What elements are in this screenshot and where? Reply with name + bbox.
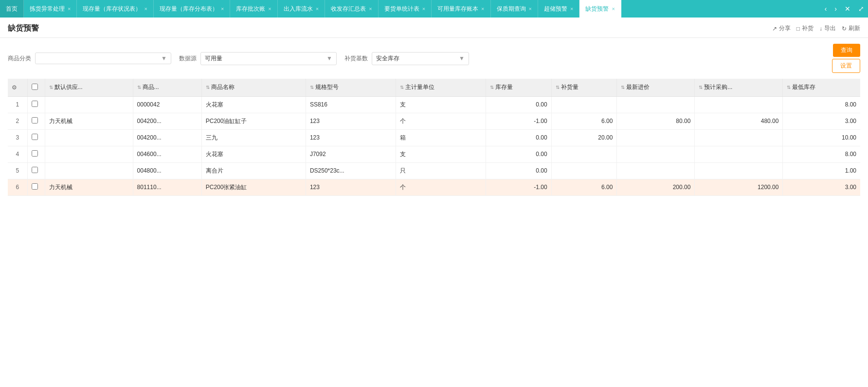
tab-inventory-status[interactable]: 现存量（库存状况表） × — [77, 0, 153, 18]
row-product-code: 004800... — [133, 162, 201, 179]
expand-button[interactable]: ⤢ — [854, 0, 868, 18]
col-product-code: ⇅ 商品... — [133, 79, 201, 96]
row-spec: SS816 — [306, 96, 396, 113]
row-spec: 123 — [306, 179, 396, 195]
select-all-checkbox[interactable] — [32, 84, 38, 90]
row-checkbox[interactable] — [32, 150, 38, 157]
sort-icon: ⇅ — [621, 85, 625, 90]
filter-actions: 查询 设置 — [832, 44, 860, 73]
close-tab-expiry[interactable]: × — [529, 6, 532, 12]
export-button[interactable]: ↓ 导出 — [819, 24, 836, 33]
tab-shortage[interactable]: 缺货预警 × — [579, 0, 621, 18]
row-checkbox[interactable] — [32, 101, 38, 107]
column-settings-icon[interactable]: ⚙ — [12, 84, 17, 91]
tab-receipt-summary[interactable]: 收发存汇总表 × — [325, 0, 378, 18]
tab-expiry-query[interactable]: 保质期查询 × — [491, 0, 538, 18]
close-tab-shortage[interactable]: × — [612, 6, 615, 12]
close-tab-order[interactable]: × — [422, 6, 425, 12]
close-tab-inout[interactable]: × — [316, 6, 319, 12]
row-supplier — [45, 146, 133, 162]
table-row[interactable]: 4 004600... 火花塞 J7092 支 0.00 8.00 — [8, 146, 860, 162]
row-spec: J7092 — [306, 146, 396, 162]
sort-icon: ⇅ — [49, 85, 53, 90]
product-category-group: 商品分类 ▼ — [8, 53, 171, 64]
close-tab-receipt[interactable]: × — [369, 6, 372, 12]
col-unit: ⇅ 主计量单位 — [396, 79, 486, 96]
row-product-name: 离合片 — [201, 162, 306, 179]
replenish-button[interactable]: □ 补货 — [796, 24, 814, 33]
row-est-purchase — [695, 146, 783, 162]
row-latest-price: 80.00 — [617, 113, 695, 129]
close-tab-overstock[interactable]: × — [570, 6, 573, 12]
settings-button[interactable]: 设置 — [832, 59, 860, 73]
close-tab-batch[interactable]: × — [268, 6, 271, 12]
tab-order-stats[interactable]: 要货单统计表 × — [379, 0, 432, 18]
tab-available-ledger[interactable]: 可用量库存账本 × — [432, 0, 490, 18]
row-min-stock: 8.00 — [783, 96, 860, 113]
row-num: 2 — [8, 113, 27, 129]
row-latest-price: 200.00 — [617, 179, 695, 195]
close-all-button[interactable]: ✕ — [841, 0, 854, 18]
row-replenish-qty: 6.00 — [551, 179, 617, 195]
col-min-stock: ⇅ 最低库存 — [783, 79, 860, 96]
tab-batch-account[interactable]: 库存批次账 × — [230, 0, 277, 18]
row-spec: DS250*23c... — [306, 162, 396, 179]
share-button[interactable]: ↗ 分享 — [772, 24, 791, 33]
data-source-select[interactable]: 可用量 ▼ — [200, 52, 337, 65]
row-num: 4 — [8, 146, 27, 162]
table-row[interactable]: 5 004800... 离合片 DS250*23c... 只 0.00 1.00 — [8, 162, 860, 179]
row-supplier: 力天机械 — [45, 179, 133, 195]
filter-bar: 商品分类 ▼ 数据源 可用量 ▼ 补货基数 安全库存 ▼ 查询 设置 — [0, 38, 868, 79]
query-button[interactable]: 查询 — [833, 44, 860, 57]
table-row[interactable]: 2 力天机械 004200... PC200油缸缸子 123 个 -1.00 6… — [8, 113, 860, 129]
tab-inout-flow[interactable]: 出入库流水 × — [278, 0, 325, 18]
tab-inventory-dist[interactable]: 现存量（库存分布表） × — [154, 0, 230, 18]
page-title: 缺货预警 — [8, 23, 39, 34]
row-est-purchase: 480.00 — [695, 113, 783, 129]
row-min-stock: 8.00 — [783, 146, 860, 162]
row-replenish-qty: 20.00 — [551, 129, 617, 146]
row-product-code: 004600... — [133, 146, 201, 162]
row-replenish-qty — [551, 146, 617, 162]
product-category-chevron-icon: ▼ — [161, 55, 167, 62]
col-default-supplier: ⇅ 默认供应... — [45, 79, 133, 96]
row-product-code: 801110... — [133, 179, 201, 195]
row-est-purchase — [695, 129, 783, 146]
row-checkbox[interactable] — [32, 167, 38, 173]
row-checkbox[interactable] — [32, 183, 38, 190]
row-checkbox[interactable] — [32, 134, 38, 140]
tab-nav-buttons: ‹ › ✕ ⤢ — [821, 0, 868, 18]
close-tab-inv-dist[interactable]: × — [221, 6, 224, 12]
row-checkbox-cell — [27, 146, 45, 162]
table-row[interactable]: 1 0000042 火花塞 SS816 支 0.00 8.00 — [8, 96, 860, 113]
row-num: 3 — [8, 129, 27, 146]
product-category-select[interactable]: ▼ — [35, 53, 171, 64]
tab-overstock[interactable]: 超储预警 × — [538, 0, 579, 18]
row-product-code: 004200... — [133, 129, 201, 146]
tab-home[interactable]: 首页 — [0, 0, 24, 18]
row-product-name: PC200张紧油缸 — [201, 179, 306, 195]
row-checkbox-cell — [27, 129, 45, 146]
row-checkbox[interactable] — [32, 117, 38, 123]
prev-tab-button[interactable]: ‹ — [821, 0, 831, 18]
next-tab-button[interactable]: › — [831, 0, 841, 18]
tab-exception[interactable]: 拣货异常处理 × — [24, 0, 77, 18]
close-tab-ledger[interactable]: × — [481, 6, 484, 12]
col-latest-price: ⇅ 最新进价 — [617, 79, 695, 96]
row-min-stock: 3.00 — [783, 113, 860, 129]
row-product-code: 0000042 — [133, 96, 201, 113]
sort-icon: ⇅ — [556, 85, 560, 90]
close-tab-inv-status[interactable]: × — [144, 6, 147, 12]
export-icon: ↓ — [819, 25, 822, 32]
refresh-button[interactable]: ↻ 刷新 — [842, 24, 860, 33]
replenish-basis-group: 补货基数 安全库存 ▼ — [344, 52, 469, 65]
main-content: 缺货预警 ↗ 分享 □ 补货 ↓ 导出 ↻ 刷新 商品分类 — [0, 18, 868, 387]
sort-icon: ⇅ — [490, 85, 494, 90]
replenish-basis-select[interactable]: 安全库存 ▼ — [372, 52, 469, 65]
data-source-chevron-icon: ▼ — [326, 55, 332, 62]
sort-icon: ⇅ — [310, 85, 314, 90]
table-row[interactable]: 3 004200... 三九 123 箱 0.00 20.00 10.00 — [8, 129, 860, 146]
row-num: 6 — [8, 179, 27, 195]
table-row[interactable]: 6 力天机械 801110... PC200张紧油缸 123 个 -1.00 6… — [8, 179, 860, 195]
close-tab-exception[interactable]: × — [68, 6, 71, 12]
